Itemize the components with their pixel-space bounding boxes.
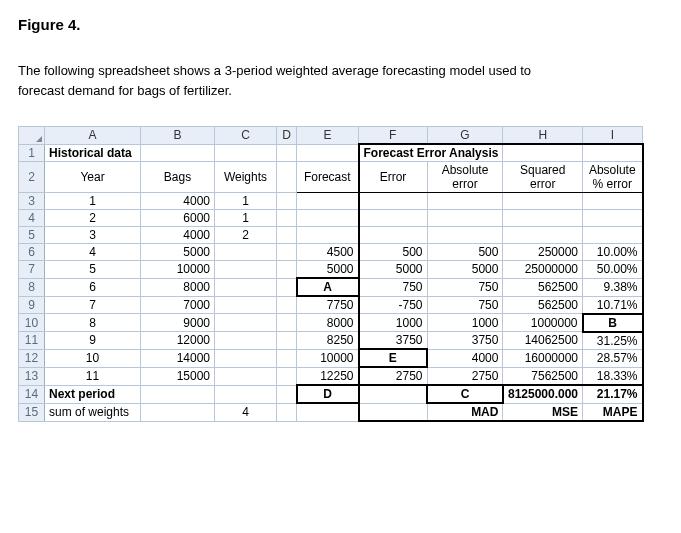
cell[interactable]: 18.33%	[583, 367, 643, 385]
cell[interactable]	[277, 244, 297, 261]
row-header[interactable]: 14	[19, 385, 45, 403]
cell[interactable]: 5	[45, 261, 141, 279]
col-header[interactable]: G	[427, 127, 503, 145]
cell[interactable]: 12250	[297, 367, 359, 385]
cell[interactable]: 8000	[141, 278, 215, 296]
cell[interactable]: Squarederror	[503, 162, 583, 193]
cell[interactable]: 2750	[359, 367, 428, 385]
cell[interactable]	[215, 367, 277, 385]
cell[interactable]	[427, 210, 503, 227]
row-header[interactable]: 10	[19, 314, 45, 332]
row-header[interactable]: 3	[19, 193, 45, 210]
cell[interactable]: 6000	[141, 210, 215, 227]
cell[interactable]	[277, 162, 297, 193]
cell[interactable]	[277, 193, 297, 210]
cell[interactable]	[277, 210, 297, 227]
cell[interactable]: Forecast	[297, 162, 359, 193]
cell[interactable]: 11	[45, 367, 141, 385]
row-header[interactable]: 6	[19, 244, 45, 261]
row-header[interactable]: 15	[19, 403, 45, 421]
cell[interactable]	[359, 385, 428, 403]
cell[interactable]: 14062500	[503, 332, 583, 350]
col-header[interactable]: A	[45, 127, 141, 145]
cell[interactable]: Historical data	[45, 144, 141, 162]
cell[interactable]: Error	[359, 162, 428, 193]
col-header[interactable]: I	[583, 127, 643, 145]
cell[interactable]	[215, 244, 277, 261]
cell[interactable]: 10000	[141, 261, 215, 279]
cell[interactable]: 8000	[297, 314, 359, 332]
row-header[interactable]: 13	[19, 367, 45, 385]
row-header[interactable]: 1	[19, 144, 45, 162]
row-header[interactable]: 8	[19, 278, 45, 296]
cell[interactable]: 15000	[141, 367, 215, 385]
row-header[interactable]: 11	[19, 332, 45, 350]
cell[interactable]: 31.25%	[583, 332, 643, 350]
cell[interactable]: 1	[45, 193, 141, 210]
cell[interactable]	[277, 261, 297, 279]
cell[interactable]: 7562500	[503, 367, 583, 385]
cell[interactable]: 562500	[503, 278, 583, 296]
cell[interactable]: 9000	[141, 314, 215, 332]
cell[interactable]	[583, 193, 643, 210]
cell[interactable]: 4000	[427, 349, 503, 367]
cell[interactable]: 3750	[359, 332, 428, 350]
cell[interactable]	[359, 210, 428, 227]
row-header[interactable]: 12	[19, 349, 45, 367]
cell[interactable]	[359, 227, 428, 244]
cell[interactable]: 6	[45, 278, 141, 296]
cell[interactable]: 4	[45, 244, 141, 261]
cell[interactable]: 500	[427, 244, 503, 261]
cell[interactable]: 7000	[141, 296, 215, 314]
cell[interactable]	[215, 349, 277, 367]
cell[interactable]: D	[297, 385, 359, 403]
cell[interactable]	[141, 385, 215, 403]
cell[interactable]: 1000	[427, 314, 503, 332]
cell[interactable]: 28.57%	[583, 349, 643, 367]
cell[interactable]: 4500	[297, 244, 359, 261]
cell[interactable]: 4000	[141, 193, 215, 210]
cell[interactable]: 750	[427, 296, 503, 314]
cell[interactable]: 1000	[359, 314, 428, 332]
cell[interactable]: Next period	[45, 385, 141, 403]
cell[interactable]	[277, 278, 297, 296]
row-header[interactable]: 5	[19, 227, 45, 244]
cell[interactable]: Absoluteerror	[427, 162, 503, 193]
cell[interactable]	[277, 144, 297, 162]
cell[interactable]: MAD	[427, 403, 503, 421]
cell[interactable]: 4000	[141, 227, 215, 244]
cell[interactable]	[277, 227, 297, 244]
cell[interactable]: A	[297, 278, 359, 296]
col-header[interactable]: B	[141, 127, 215, 145]
cell[interactable]: 10000	[297, 349, 359, 367]
cell[interactable]	[583, 227, 643, 244]
cell[interactable]	[215, 278, 277, 296]
cell[interactable]	[215, 296, 277, 314]
cell[interactable]: 9.38%	[583, 278, 643, 296]
cell[interactable]: 4	[215, 403, 277, 421]
cell[interactable]	[141, 403, 215, 421]
cell[interactable]	[297, 227, 359, 244]
cell[interactable]	[503, 193, 583, 210]
cell[interactable]	[277, 349, 297, 367]
cell[interactable]	[277, 367, 297, 385]
cell[interactable]	[297, 403, 359, 421]
cell[interactable]: 2	[45, 210, 141, 227]
col-header[interactable]: D	[277, 127, 297, 145]
cell[interactable]	[277, 403, 297, 421]
cell[interactable]: 12000	[141, 332, 215, 350]
cell[interactable]	[427, 193, 503, 210]
cell[interactable]: 750	[359, 278, 428, 296]
col-header[interactable]: E	[297, 127, 359, 145]
cell[interactable]: 5000	[427, 261, 503, 279]
cell[interactable]: 500	[359, 244, 428, 261]
cell[interactable]	[583, 144, 643, 162]
cell[interactable]	[215, 261, 277, 279]
cell[interactable]: 16000000	[503, 349, 583, 367]
select-all-corner[interactable]	[19, 127, 45, 145]
cell[interactable]: 21.17%	[583, 385, 643, 403]
cell[interactable]	[297, 144, 359, 162]
cell[interactable]: 3	[45, 227, 141, 244]
cell[interactable]: 750	[427, 278, 503, 296]
cell[interactable]: Bags	[141, 162, 215, 193]
